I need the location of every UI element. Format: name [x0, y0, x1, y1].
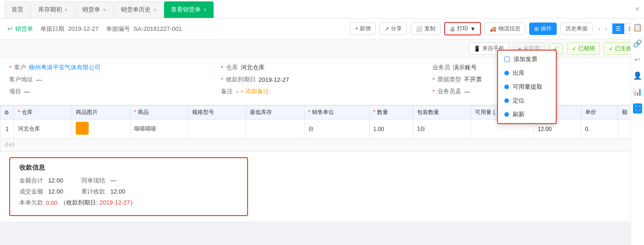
share-icon: ↗ [384, 26, 389, 32]
sidebar-return-icon[interactable]: ↩ [634, 55, 640, 64]
th-quantity: * 数量 [369, 106, 413, 120]
plus-icon: + [236, 88, 239, 95]
operations-dropdown: 添加发票 出库 可用量提取 定位 刷新 [497, 50, 557, 124]
warehouse-value: 河北仓库 [241, 63, 265, 72]
verified-icon: ✓ [572, 46, 576, 52]
refresh-item[interactable]: 刷新 [498, 108, 556, 121]
amount-field: 金额合计 12.00 [19, 177, 63, 185]
invoice-icon [504, 57, 510, 62]
copy-icon: ⬜ [416, 26, 423, 32]
customer-field: * 客户 柳州粤港平安气体有限公司 [9, 63, 212, 72]
same-order-value: — [110, 177, 116, 184]
amount-value: 12.00 [48, 177, 63, 184]
sidebar-user-icon[interactable]: 👤 [633, 71, 642, 80]
transaction-value: 12.00 [48, 188, 63, 195]
sidebar-expand-icon[interactable]: ⛶ [633, 103, 642, 114]
row-warehouse: 河北仓库 [14, 120, 72, 139]
bottom-panel: 收款信息 金额合计 12.00 同单现结 — 成交金额 12.00 累计收款 [0, 152, 644, 222]
th-product: * 商品 [130, 106, 188, 120]
row-product-img [72, 120, 130, 139]
phone-icon: 📱 [474, 46, 480, 52]
cumulative-field: 累计收款 12.00 [81, 188, 125, 196]
ticket-type-value: 不开票 [464, 75, 482, 84]
print-button[interactable]: 🖨 打印 ▼ [444, 22, 481, 35]
logistics-icon: 🚚 [490, 26, 497, 32]
balance-value: 0.00 [46, 199, 57, 206]
effective-icon: ✓ [609, 46, 613, 52]
cumulative-value: 12.00 [110, 188, 125, 195]
warehouse-out-item[interactable]: 出库 [498, 66, 556, 80]
same-order-field: 同单现结 — [81, 177, 116, 185]
available-extract-item[interactable]: 可用量提取 [498, 80, 556, 94]
doc-title: 销货单 [15, 25, 33, 33]
th-settings[interactable]: ⚙ [0, 106, 14, 120]
product-image [76, 122, 89, 135]
th-warehouse: * 仓库 [14, 106, 72, 120]
nav-arrows: ‹ › [596, 24, 609, 33]
extract-icon [504, 85, 509, 89]
close-window-btn[interactable]: × [635, 5, 639, 13]
right-sidebar: 📋 🔗 ↩ 👤 📊 ⛶ [630, 18, 644, 222]
doc-actions: + 新增 ↗ 分享 ⬜ 复制 🖨 打印 ▼ 🚚 物流信息 ⊞ 操作 历史单据 ‹… [350, 22, 637, 35]
operations-button[interactable]: ⊞ 操作 [529, 23, 557, 35]
project-field: 项目 — [9, 87, 212, 96]
close-inventory-tab[interactable]: × [65, 7, 68, 12]
doc-title-area: ↩ 销货单 [7, 25, 33, 33]
row-product: 嘻嘻嘻嘻 [130, 120, 188, 139]
doc-number-info: 单据编号 SA-20191227-001 [106, 25, 182, 33]
number-label: 单据编号 [106, 25, 130, 33]
close-view-sales-tab[interactable]: × [203, 7, 206, 12]
staff-value: 演示账号 [453, 63, 477, 72]
row-seq: 1 [0, 120, 14, 139]
tab-bar: 首页 库存期初 × 销货单 × 销货单历史 × 查看销货单 × × [0, 0, 644, 18]
add-notes-btn[interactable]: + + 添加备注 [236, 87, 270, 96]
grid-icon: ⊞ [534, 26, 539, 32]
th-unit: * 销售单位 [304, 106, 369, 120]
date-label: 单据日期 [40, 25, 64, 33]
address-field: 客户地址 — [9, 75, 212, 84]
date-value: 2019-12-27 [68, 25, 99, 32]
balance-field: 本单欠款 0.00 （收款到期日: 2019-12-27） [19, 199, 136, 207]
payment-info-title: 收款信息 [19, 164, 238, 172]
next-arrow[interactable]: › [603, 24, 609, 33]
locate-item[interactable]: 定位 [498, 94, 556, 108]
subtotal-row: 小计 [0, 139, 644, 152]
sidebar-doc-icon[interactable]: 📋 [633, 23, 642, 32]
add-invoice-item[interactable]: 添加发票 [498, 52, 556, 66]
th-unit-price: 单价 [581, 106, 618, 120]
tab-sales[interactable]: 销货单 × [75, 1, 113, 18]
row-spec [188, 120, 246, 139]
payment-row-1: 金额合计 12.00 同单现结 — [19, 177, 238, 185]
new-button[interactable]: + 新增 [350, 23, 376, 35]
sidebar-chart-icon[interactable]: 📊 [633, 87, 642, 96]
th-min-stock: 最低库存 [246, 106, 304, 120]
locate-icon [504, 98, 509, 103]
tab-inventory[interactable]: 库存期初 × [31, 1, 74, 18]
share-button[interactable]: ↗ 分享 [379, 23, 407, 35]
notes-field: 备注 + + 添加备注 [221, 87, 424, 96]
th-spec: 规格型号 [188, 106, 246, 120]
sidebar-link-icon[interactable]: 🔗 [633, 39, 642, 48]
print-dropdown-icon: ▼ [470, 26, 475, 32]
address-value: — [36, 76, 42, 83]
copy-button[interactable]: ⬜ 复制 [411, 23, 441, 35]
close-sales-tab[interactable]: × [103, 7, 106, 12]
row-min-stock [246, 120, 304, 139]
verified-status-btn[interactable]: ✓ 已核销 [567, 42, 600, 55]
print-icon: 🖨 [450, 26, 455, 32]
tab-view-sales[interactable]: 查看销货单 × [164, 1, 213, 18]
transaction-field: 成交金额 12.00 [19, 188, 63, 196]
history-docs-button[interactable]: 历史单据 [560, 23, 593, 35]
close-history-tab[interactable]: × [153, 7, 156, 12]
due-date-value: 2019-12-27 [259, 76, 289, 83]
doc-header: ↩ 销货单 单据日期 2019-12-27 单据编号 SA-20191227-0… [0, 18, 644, 40]
prev-arrow[interactable]: ‹ [596, 24, 602, 33]
customer-value[interactable]: 柳州粤港平安气体有限公司 [29, 63, 101, 72]
number-value: SA-20191227-001 [134, 25, 182, 32]
balance-note: （收款到期日: 2019-12-27） [60, 199, 136, 207]
tab-history[interactable]: 销货单历史 × [114, 1, 163, 18]
logistics-button[interactable]: 🚚 物流信息 [485, 23, 525, 35]
row-unit: 台 [304, 120, 369, 139]
tab-home[interactable]: 首页 [5, 1, 30, 18]
list-view-btn[interactable]: ☰ [612, 23, 624, 34]
